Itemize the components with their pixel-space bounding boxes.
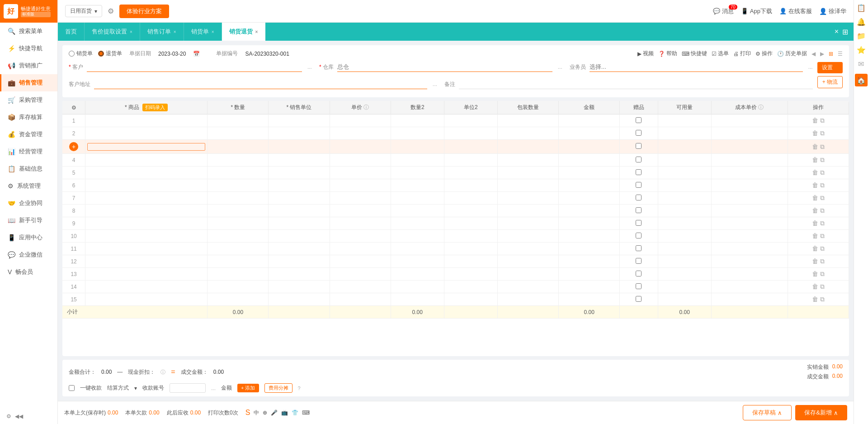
tab-sales-return[interactable]: 销货退货 × — [222, 23, 266, 41]
save-draft-button[interactable]: 保存草稿 ∧ — [743, 405, 792, 420]
unit2-cell[interactable] — [444, 127, 497, 140]
address-input[interactable] — [94, 79, 427, 89]
copy-row-icon[interactable]: ⧉ — [820, 129, 825, 137]
copy-row-icon[interactable]: ⧉ — [820, 232, 825, 240]
delete-row-icon[interactable]: 🗑 — [812, 245, 818, 252]
tab-sales[interactable]: 销货单 × — [184, 23, 222, 41]
delete-row-icon[interactable]: 🗑 — [812, 156, 818, 164]
gift-cell[interactable] — [620, 140, 658, 154]
copy-row-icon[interactable]: ⧉ — [820, 270, 825, 278]
unit-cell[interactable] — [269, 140, 330, 154]
unit2-cell[interactable] — [444, 114, 497, 127]
collapse-icon[interactable]: ◀◀ — [15, 413, 23, 419]
product-input[interactable] — [87, 117, 205, 124]
available-cell[interactable] — [658, 127, 711, 140]
radio-sales-input[interactable] — [69, 51, 75, 57]
gift-checkbox[interactable] — [636, 157, 642, 162]
qty2-cell[interactable] — [391, 127, 444, 140]
gift-cell[interactable] — [620, 127, 658, 140]
cash-discount-info-icon[interactable]: ⓘ — [160, 369, 165, 376]
copy-row-icon[interactable]: ⧉ — [820, 143, 825, 151]
one-click-payment-checkbox[interactable] — [69, 385, 75, 391]
right-panel-icon-3[interactable]: 📁 — [857, 32, 866, 40]
gift-checkbox[interactable] — [636, 117, 642, 123]
copy-row-icon[interactable]: ⧉ — [820, 156, 825, 164]
online-service-button[interactable]: 👤 在线客服 — [779, 7, 812, 15]
staff-ellipsis[interactable]: ... — [808, 64, 813, 70]
gift-checkbox[interactable] — [636, 283, 642, 289]
delete-row-icon[interactable]: 🗑 — [812, 169, 818, 176]
qty-cell[interactable] — [208, 140, 269, 154]
unit-cell[interactable] — [269, 127, 330, 140]
right-panel-icon-2[interactable]: 🔔 — [857, 18, 866, 26]
right-panel-icon-1[interactable]: 📋 — [857, 4, 866, 12]
gift-checkbox[interactable] — [636, 143, 642, 149]
delete-row-icon[interactable]: 🗑 — [812, 232, 818, 240]
price-cell[interactable] — [330, 127, 391, 140]
available-cell[interactable] — [658, 114, 711, 127]
app-download-button[interactable]: 📱 App下载 — [741, 7, 772, 15]
copy-row-icon[interactable]: ⧉ — [820, 207, 825, 214]
delete-row-icon[interactable]: 🗑 — [812, 295, 818, 303]
tab-close-icon[interactable]: × — [255, 29, 258, 34]
copy-row-icon[interactable]: ⧉ — [820, 117, 825, 124]
unit-cell[interactable] — [269, 114, 330, 127]
delete-row-icon[interactable]: 🗑 — [812, 143, 818, 151]
amount-cell[interactable] — [559, 114, 620, 127]
breadcrumb-selector[interactable]: 日用百货 ▾ — [65, 5, 102, 17]
sidebar-item-search[interactable]: 🔍 搜索菜单 — [0, 23, 57, 40]
customer-input[interactable] — [87, 62, 302, 72]
copy-row-icon[interactable]: ⧉ — [820, 194, 825, 202]
copy-row-icon[interactable]: ⧉ — [820, 181, 825, 189]
calendar-icon[interactable]: 📅 — [193, 51, 200, 57]
tool-icon2[interactable]: ⊕ — [263, 410, 267, 416]
operate-btn[interactable]: ⚙ 操作 — [755, 50, 773, 57]
history-btn[interactable]: 🕐 历史单据 — [777, 50, 807, 57]
tab-close-icon[interactable]: × — [212, 29, 214, 34]
scan-button[interactable]: 扫码录入 — [142, 104, 168, 111]
radio-sales[interactable]: 销货单 — [69, 50, 93, 57]
account-input[interactable] — [170, 383, 206, 393]
delete-row-icon[interactable]: 🗑 — [812, 219, 818, 227]
delete-row-icon[interactable]: 🗑 — [812, 194, 818, 202]
address-ellipsis[interactable]: ... — [433, 81, 437, 87]
gift-checkbox[interactable] — [636, 296, 642, 302]
copy-row-icon[interactable]: ⧉ — [820, 295, 825, 303]
chevron-down-icon[interactable]: ▾ — [134, 385, 137, 391]
gift-checkbox[interactable] — [636, 220, 642, 226]
gift-checkbox[interactable] — [636, 233, 642, 238]
sidebar-item-sales[interactable]: 💼 销售管理 — [0, 74, 57, 91]
cost-cell[interactable] — [711, 127, 788, 140]
gift-cell[interactable] — [620, 114, 658, 127]
sidebar-item-inventory[interactable]: 📦 库存核算 — [0, 109, 57, 126]
tool-icon6[interactable]: ⌨ — [302, 410, 310, 416]
tab-close-icon[interactable]: × — [174, 29, 176, 34]
qty2-cell[interactable] — [391, 140, 444, 154]
list-view-icon[interactable]: ☰ — [838, 51, 843, 57]
price-cell[interactable] — [330, 114, 391, 127]
gift-checkbox[interactable] — [636, 182, 642, 188]
customer-ellipsis[interactable]: ... — [307, 64, 312, 70]
table-wrapper[interactable]: ⚙ * 商品 扫码录入 * 数量 * 销售单位 单价 ⓘ 数量2 单位2 包装数… — [62, 101, 849, 356]
product-input-active[interactable] — [87, 143, 205, 151]
pack-cell[interactable] — [498, 114, 559, 127]
video-btn[interactable]: ▶ 视频 — [637, 50, 654, 57]
sidebar-item-member[interactable]: V 畅会员 — [0, 263, 57, 281]
gift-checkbox[interactable] — [636, 207, 642, 213]
staff-input[interactable] — [590, 62, 803, 72]
help-btn[interactable]: ❓ 帮助 — [658, 50, 677, 57]
message-button[interactable]: 💬 消息 70 — [713, 7, 734, 15]
right-panel-icon-5[interactable]: ✉ — [858, 60, 864, 68]
pack-cell[interactable] — [498, 127, 559, 140]
sidebar-item-enterprise[interactable]: 🤝 企业协同 — [0, 195, 57, 212]
delete-row-icon[interactable]: 🗑 — [812, 283, 818, 291]
sidebar-item-marketing[interactable]: 📢 营销推广 — [0, 57, 57, 74]
gift-checkbox[interactable] — [636, 169, 642, 175]
tab-home[interactable]: 首页 — [58, 23, 85, 41]
delete-row-icon[interactable]: 🗑 — [812, 207, 818, 214]
delete-row-icon[interactable]: 🗑 — [812, 181, 818, 189]
sidebar-item-purchase[interactable]: 🛒 采购管理 — [0, 91, 57, 109]
note-input[interactable] — [459, 79, 813, 89]
sidebar-item-guide[interactable]: 📖 新手引导 — [0, 212, 57, 229]
user-profile-button[interactable]: 👤 徐泽华 — [819, 7, 846, 15]
